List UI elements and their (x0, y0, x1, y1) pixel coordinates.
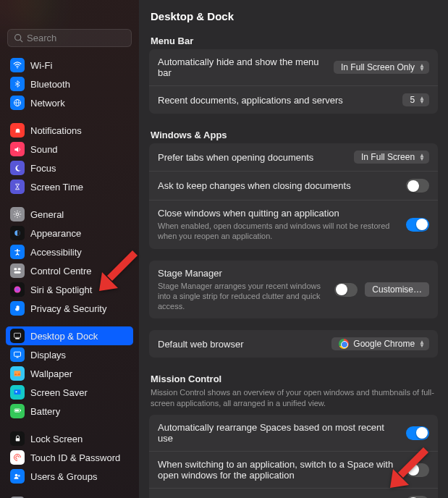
svg-point-24 (15, 474, 18, 477)
recent-items-label: Recent documents, applications and serve… (158, 95, 395, 106)
sidebar-item-passwords[interactable]: Passwords (6, 494, 133, 498)
stage-manager-label: Stage Manager (158, 268, 327, 279)
svg-rect-11 (14, 271, 21, 274)
chevron-updown-icon: ▲▼ (419, 153, 425, 161)
stage-manager-desc: Stage Manager arranges your recent windo… (158, 281, 327, 312)
svg-point-12 (14, 287, 21, 293)
sidebar-item-sound[interactable]: Sound (6, 140, 133, 159)
sidebar-item-label: Touch ID & Password (30, 452, 120, 463)
sidebar-item-label: Lock Screen (30, 434, 83, 444)
panel-windows-apps: Prefer tabs when opening documents In Fu… (149, 143, 438, 249)
search-placeholder: Search (27, 33, 56, 43)
ssaver-icon (10, 385, 25, 400)
sidebar-item-label: Network (30, 98, 65, 109)
sidebar-item-label: Privacy & Security (30, 303, 106, 314)
sidebar-item-lock-screen[interactable]: Lock Screen (6, 429, 133, 448)
stage-manager-switch[interactable] (334, 283, 358, 297)
sidebar-item-label: Screen Saver (30, 387, 88, 398)
sidebar-item-label: General (30, 209, 64, 220)
sidebar-item-label: Desktop & Dock (30, 331, 98, 342)
ask-keep-changes-switch[interactable] (406, 179, 429, 193)
panel-default-browser: Default web browser Google Chrome ▲▼ (149, 330, 438, 358)
sidebar-item-battery[interactable]: Battery (6, 402, 133, 421)
section-mission-control: Mission Control (149, 369, 438, 387)
svg-rect-9 (14, 268, 17, 270)
hourglass-icon (10, 180, 25, 194)
sidebar-item-touch-id-password[interactable]: Touch ID & Password (6, 448, 133, 467)
recent-items-popup[interactable]: 5 ▲▼ (402, 93, 429, 106)
access-icon (10, 245, 25, 259)
svg-line-1 (20, 40, 22, 42)
section-menu-bar: Menu Bar (149, 31, 438, 49)
touch-icon (10, 450, 25, 465)
wifi-icon (10, 58, 25, 72)
sidebar: Search Wi-FiBluetoothNetworkNotification… (0, 0, 139, 498)
chevron-updown-icon: ▲▼ (419, 340, 425, 347)
sidebar-item-general[interactable]: General (6, 205, 133, 224)
svg-point-25 (18, 475, 20, 477)
sidebar-item-label: Appearance (30, 228, 81, 239)
hand-icon (10, 301, 25, 316)
svg-rect-22 (15, 410, 19, 412)
appearance-icon (10, 226, 25, 240)
dock-icon (10, 329, 25, 343)
chrome-icon (339, 339, 349, 349)
sidebar-item-wi-fi[interactable]: Wi-Fi (6, 56, 133, 75)
sidebar-item-label: Screen Time (30, 182, 83, 193)
sidebar-item-desktop-dock[interactable]: Desktop & Dock (6, 326, 133, 345)
sidebar-item-privacy-security[interactable]: Privacy & Security (6, 299, 133, 318)
lock-icon (10, 431, 25, 446)
sidebar-item-label: Bluetooth (30, 79, 70, 90)
cc-icon (10, 263, 25, 278)
svg-rect-21 (20, 410, 20, 411)
sidebar-item-focus[interactable]: Focus (6, 159, 133, 177)
svg-rect-17 (14, 371, 21, 376)
close-windows-quit-label: Close windows when quitting an applicati… (158, 208, 399, 219)
bt-icon (10, 77, 25, 91)
siri-icon (10, 282, 25, 297)
sidebar-item-siri-spotlight[interactable]: Siri & Spotlight (6, 280, 133, 299)
sidebar-item-screen-time[interactable]: Screen Time (6, 177, 133, 196)
sidebar-item-label: Accessibility (30, 247, 82, 258)
default-browser-popup[interactable]: Google Chrome ▲▼ (331, 337, 429, 350)
sidebar-item-bluetooth[interactable]: Bluetooth (6, 75, 133, 93)
sidebar-item-label: Battery (30, 406, 60, 417)
panel-stage-manager: Stage Manager Stage Manager arranges you… (149, 261, 438, 319)
search-input[interactable]: Search (7, 29, 132, 47)
bell-icon (10, 123, 25, 138)
page-title: Desktop & Dock (149, 0, 438, 31)
sidebar-item-label: Wi-Fi (30, 60, 52, 71)
sidebar-item-displays[interactable]: Displays (6, 345, 133, 364)
svg-point-2 (17, 67, 18, 69)
sidebar-item-screen-saver[interactable]: Screen Saver (6, 383, 133, 402)
auto-hide-menubar-label: Automatically hide and show the menu bar (158, 56, 326, 78)
users-icon (10, 469, 25, 484)
sidebar-item-control-centre[interactable]: Control Centre (6, 261, 133, 280)
auto-rearrange-spaces-label: Automatically rearrange Spaces based on … (158, 422, 399, 444)
sidebar-item-appearance[interactable]: Appearance (6, 224, 133, 242)
svg-rect-10 (18, 268, 21, 270)
battery-icon (10, 404, 25, 418)
sidebar-item-network[interactable]: Network (6, 93, 133, 112)
auto-rearrange-spaces-switch[interactable] (406, 426, 429, 440)
prefer-tabs-label: Prefer tabs when opening documents (158, 152, 347, 163)
sidebar-item-users-groups[interactable]: Users & Groups (6, 467, 133, 486)
switch-to-space-switch[interactable] (406, 463, 429, 477)
customise-stage-button[interactable]: Customise… (365, 282, 429, 297)
default-browser-label: Default web browser (158, 339, 324, 350)
close-windows-quit-switch[interactable] (406, 218, 429, 232)
sidebar-item-label: Displays (30, 350, 66, 360)
chevron-updown-icon: ▲▼ (419, 96, 425, 104)
auto-hide-menubar-popup[interactable]: In Full Screen Only ▲▼ (334, 61, 429, 74)
sidebar-item-accessibility[interactable]: Accessibility (6, 242, 133, 261)
speaker-icon (10, 142, 25, 156)
sidebar-item-label: Control Centre (30, 266, 92, 277)
prefer-tabs-popup[interactable]: In Full Screen ▲▼ (354, 151, 429, 164)
svg-rect-14 (15, 338, 20, 339)
sidebar-item-wallpaper[interactable]: Wallpaper (6, 364, 133, 383)
section-windows-apps: Windows & Apps (149, 125, 438, 143)
sidebar-item-label: Siri & Spotlight (30, 284, 92, 295)
globe-icon (10, 96, 25, 110)
svg-rect-18 (14, 389, 21, 394)
sidebar-item-notifications[interactable]: Notifications (6, 121, 133, 140)
